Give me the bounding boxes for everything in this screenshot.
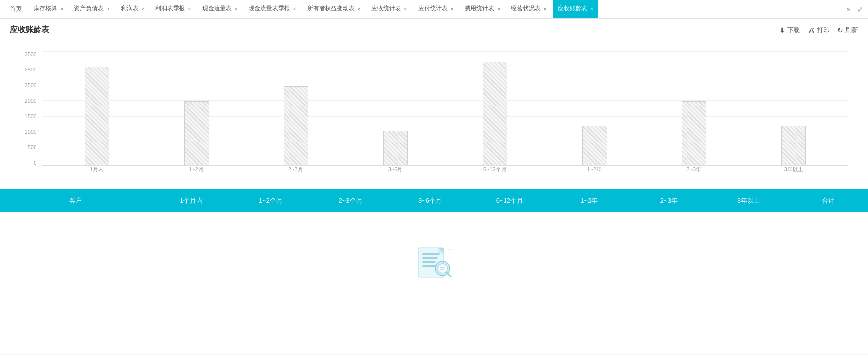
refresh-button[interactable]: ↻ 刷新 (837, 26, 858, 35)
close-window-button[interactable]: × (844, 5, 852, 13)
tab-ar-stat[interactable]: 应收统计表 × (366, 0, 412, 19)
page-header: 应收账龄表 ⬇ 下载 🖨 打印 ↻ 刷新 (0, 19, 868, 41)
refresh-icon: ↻ (837, 26, 843, 34)
bar-group-5 (483, 62, 507, 165)
print-button[interactable]: 🖨 打印 (808, 26, 830, 35)
table-header: 客户 1个月内 1~2个月 2~3个月 3~6个月 6~12个月 1~2年 2~… (0, 189, 868, 212)
tab-ar-aging[interactable]: 应收账龄表 × (553, 0, 598, 19)
tab-close-equity[interactable]: × (358, 6, 361, 12)
th-1m: 1个月内 (151, 189, 231, 212)
bar-2 (184, 101, 209, 165)
page-actions: ⬇ 下载 🖨 打印 ↻ 刷新 (779, 26, 858, 35)
y-axis: 2500 2500 2500 2000 1500 1000 500 0 (15, 51, 39, 166)
print-icon: 🖨 (808, 26, 815, 34)
tab-close-inventory[interactable]: × (60, 6, 63, 12)
x-label-6: 1~2年 (579, 166, 609, 179)
empty-state (0, 212, 868, 291)
tab-close-balance[interactable]: × (107, 6, 109, 12)
tab-cashflow[interactable]: 现金流量表 × (197, 0, 243, 19)
main-content: 2500 2500 2500 2000 1500 1000 500 0 (0, 41, 868, 354)
tab-operations[interactable]: 经营状况表 × (506, 0, 551, 19)
bar-1 (85, 67, 109, 165)
th-3-6m: 3~6个月 (390, 189, 470, 212)
svg-rect-3 (422, 261, 436, 263)
y-label-0: 0 (34, 160, 36, 166)
tab-balance[interactable]: 资产负债表 × (69, 0, 114, 19)
bar-3 (284, 86, 308, 165)
chart-area: 2500 2500 2500 2000 1500 1000 500 0 (0, 41, 868, 189)
tab-bar: 首页 库存核算 × 资产负债表 × 利润表 × 利润表季报 × 现金流量表 × … (0, 0, 868, 19)
th-total: 合计 (789, 189, 868, 212)
svg-rect-2 (422, 257, 438, 259)
bar-group-4 (383, 131, 408, 165)
tab-expense-stat[interactable]: 费用统计表 × (460, 0, 505, 19)
x-label-2: 1~2月 (181, 166, 211, 179)
y-label-2500c: 2500 (25, 82, 36, 88)
th-6-12m: 6~12个月 (470, 189, 549, 212)
th-customer: 客户 (0, 189, 151, 212)
th-1-2y: 1~2年 (549, 189, 629, 212)
window-controls: × ⤢ (844, 5, 864, 13)
download-icon: ⬇ (779, 26, 785, 34)
empty-state-icon (409, 242, 459, 281)
tab-cashflow-quarter[interactable]: 现金流量表季报 × (244, 0, 301, 19)
tab-profit[interactable]: 利润表 × (116, 0, 149, 19)
tab-close-profit-quarter[interactable]: × (188, 6, 191, 12)
bar-7 (682, 101, 706, 165)
bar-group-8 (781, 126, 806, 165)
tab-home[interactable]: 首页 (4, 0, 28, 19)
tab-close-expense-stat[interactable]: × (497, 6, 500, 12)
x-label-8: 3年以上 (779, 166, 808, 179)
bar-group-6 (582, 126, 607, 165)
y-label-2500b: 2500 (25, 67, 36, 72)
x-axis: 1月内 1~2月 2~3月 3~6月 6~12个月 1~2年 2~3年 3年以上 (42, 166, 848, 179)
bar-4 (383, 131, 408, 165)
bar-group-1 (85, 67, 109, 165)
tab-close-cashflow-quarter[interactable]: × (293, 6, 296, 12)
tab-close-ar-stat[interactable]: × (404, 6, 407, 12)
x-label-1: 1月内 (82, 166, 111, 179)
maximize-window-button[interactable]: ⤢ (856, 5, 864, 13)
y-label-2500a: 2500 (25, 51, 36, 57)
x-label-3: 2~3月 (281, 166, 311, 179)
bar-group-7 (682, 101, 706, 165)
tab-close-profit[interactable]: × (142, 6, 145, 12)
tab-profit-quarter[interactable]: 利润表季报 × (150, 0, 196, 19)
chart-plot (42, 51, 848, 166)
tab-close-ar-aging[interactable]: × (590, 6, 593, 12)
bar-6 (582, 126, 607, 165)
tab-close-operations[interactable]: × (543, 6, 546, 12)
y-label-2000: 2000 (25, 98, 36, 104)
bar-5 (483, 62, 507, 165)
tab-close-cashflow[interactable]: × (235, 6, 238, 12)
bars-container (42, 51, 848, 165)
tab-ap-stat[interactable]: 应付统计表 × (413, 0, 459, 19)
download-button[interactable]: ⬇ 下载 (779, 26, 800, 35)
svg-rect-10 (440, 267, 445, 268)
th-3y-plus: 3年以上 (709, 189, 788, 212)
x-label-7: 2~3年 (679, 166, 709, 179)
y-label-500: 500 (28, 144, 36, 150)
y-label-1000: 1000 (25, 129, 36, 135)
y-label-1500: 1500 (25, 113, 36, 119)
th-2-3y: 2~3年 (629, 189, 709, 212)
tab-inventory[interactable]: 库存核算 × (29, 0, 68, 19)
tab-equity[interactable]: 所有者权益变动表 × (302, 0, 365, 19)
svg-rect-11 (440, 269, 444, 270)
tab-close-ap-stat[interactable]: × (451, 6, 454, 12)
svg-rect-1 (422, 253, 440, 255)
bar-group-2 (184, 101, 209, 165)
th-1-2m: 1~2个月 (231, 189, 310, 212)
bar-group-3 (284, 86, 308, 165)
page-title: 应收账龄表 (10, 25, 49, 35)
bar-8 (781, 126, 806, 165)
x-label-5: 6~12个月 (480, 166, 509, 179)
th-2-3m: 2~3个月 (311, 189, 390, 212)
x-label-4: 3~6月 (381, 166, 410, 179)
